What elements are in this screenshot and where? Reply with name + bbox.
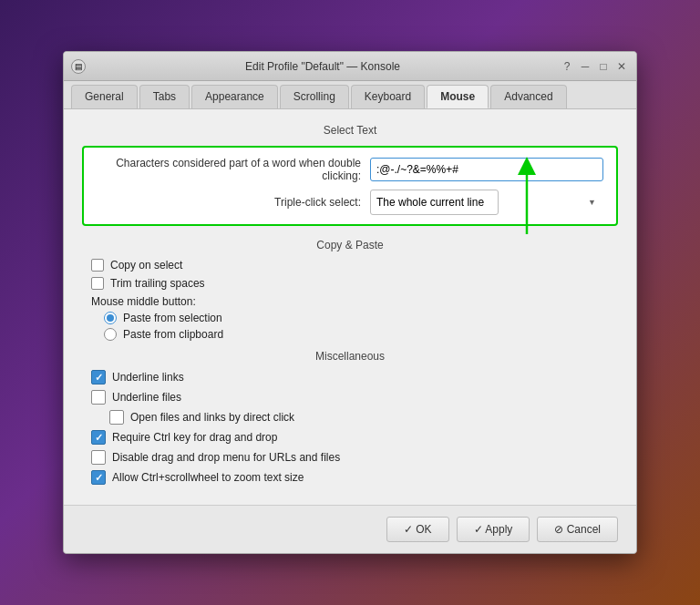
underline-links-checkbox[interactable] <box>91 370 106 385</box>
require-ctrl-row[interactable]: Require Ctrl key for drag and drop <box>82 430 618 445</box>
underline-files-label: Underline files <box>112 391 181 404</box>
paste-clipboard-row[interactable]: Paste from clipboard <box>82 328 618 341</box>
underline-files-row[interactable]: Underline files <box>82 390 618 405</box>
underline-links-row[interactable]: Underline links <box>82 370 618 385</box>
window-icon: ▤ <box>75 62 83 71</box>
select-text-box: Characters considered part of a word whe… <box>82 146 618 226</box>
paste-selection-label: Paste from selection <box>123 312 222 324</box>
underline-links-label: Underline links <box>112 371 184 384</box>
disable-drag-checkbox[interactable] <box>91 450 106 465</box>
open-files-row[interactable]: Open files and links by direct click <box>82 410 618 425</box>
disable-drag-row[interactable]: Disable drag and drop menu for URLs and … <box>82 450 618 465</box>
ok-button[interactable]: ✓ OK <box>386 517 449 542</box>
tab-scrolling[interactable]: Scrolling <box>280 85 349 108</box>
characters-input[interactable] <box>370 158 603 181</box>
triple-click-select[interactable]: The whole current line From click to end… <box>370 190 499 215</box>
triple-click-row: Triple-click select: The whole current l… <box>97 190 603 215</box>
allow-ctrl-scroll-checkbox[interactable] <box>91 470 106 485</box>
button-bar: ✓ OK ✓ Apply ⊘ Cancel <box>64 505 636 553</box>
paste-clipboard-radio[interactable] <box>104 328 117 341</box>
characters-row: Characters considered part of a word whe… <box>97 157 603 182</box>
characters-label: Characters considered part of a word whe… <box>97 157 370 182</box>
apply-button[interactable]: ✓ Apply <box>457 517 530 542</box>
disable-drag-label: Disable drag and drop menu for URLs and … <box>112 451 340 464</box>
dialog-title: Edit Profile "Default" — Konsole <box>86 60 560 73</box>
minimize-button[interactable]: ─ <box>578 59 592 74</box>
content-area: Select Text Characters considered part o… <box>64 109 636 505</box>
edit-profile-dialog: ▤ Edit Profile "Default" — Konsole ? ─ □… <box>63 51 637 554</box>
close-button[interactable]: ✕ <box>614 59 629 74</box>
trim-trailing-row[interactable]: Trim trailing spaces <box>82 277 618 290</box>
title-bar-controls: ? ─ □ ✕ <box>560 59 629 74</box>
underline-files-checkbox[interactable] <box>91 390 106 405</box>
copy-on-select-label: Copy on select <box>110 259 182 272</box>
paste-selection-radio[interactable] <box>104 312 117 324</box>
require-ctrl-checkbox[interactable] <box>91 430 106 445</box>
cancel-button[interactable]: ⊘ Cancel <box>537 517 618 542</box>
title-bar-left: ▤ <box>71 59 86 74</box>
maximize-button[interactable]: □ <box>596 59 611 74</box>
require-ctrl-label: Require Ctrl key for drag and drop <box>112 431 277 444</box>
triple-click-label: Triple-click select: <box>97 196 370 209</box>
allow-ctrl-scroll-label: Allow Ctrl+scrollwheel to zoom text size <box>112 471 304 484</box>
help-button[interactable]: ? <box>560 59 574 74</box>
tab-mouse[interactable]: Mouse <box>427 85 489 108</box>
copy-paste-title: Copy & Paste <box>82 239 618 251</box>
tab-appearance[interactable]: Appearance <box>191 85 278 108</box>
paste-clipboard-label: Paste from clipboard <box>123 328 223 341</box>
tab-keyboard[interactable]: Keyboard <box>351 85 425 108</box>
select-text-title: Select Text <box>82 124 618 137</box>
tab-advanced[interactable]: Advanced <box>490 85 566 108</box>
copy-on-select-checkbox[interactable] <box>91 259 104 272</box>
misc-title: Miscellaneous <box>82 350 618 363</box>
tab-bar: General Tabs Appearance Scrolling Keyboa… <box>64 81 636 109</box>
triple-click-select-wrapper: The whole current line From click to end… <box>370 190 603 215</box>
tab-general[interactable]: General <box>71 85 138 108</box>
open-files-checkbox[interactable] <box>109 410 124 425</box>
mouse-middle-label: Mouse middle button: <box>82 295 618 308</box>
trim-trailing-checkbox[interactable] <box>91 277 104 290</box>
copy-on-select-row[interactable]: Copy on select <box>82 259 618 272</box>
trim-trailing-label: Trim trailing spaces <box>110 277 205 290</box>
allow-ctrl-scroll-row[interactable]: Allow Ctrl+scrollwheel to zoom text size <box>82 470 618 485</box>
title-bar: ▤ Edit Profile "Default" — Konsole ? ─ □… <box>64 52 636 81</box>
open-files-label: Open files and links by direct click <box>130 411 294 424</box>
window-menu-button[interactable]: ▤ <box>71 59 86 74</box>
tab-tabs[interactable]: Tabs <box>139 85 190 108</box>
paste-selection-row[interactable]: Paste from selection <box>82 312 618 324</box>
